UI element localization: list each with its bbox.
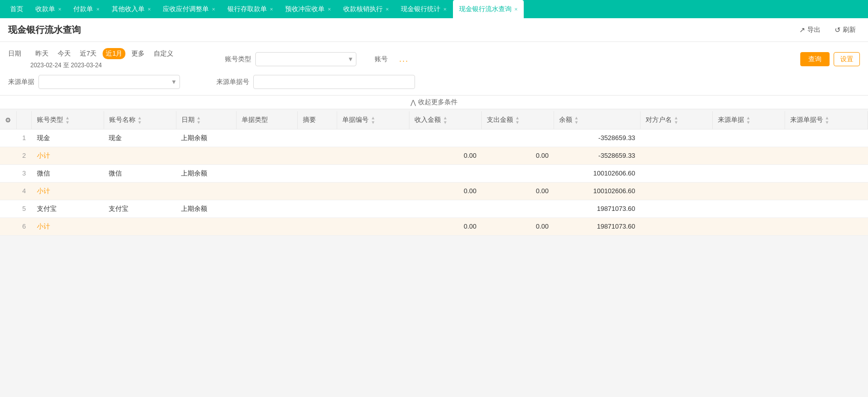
cell-counterparty [641, 200, 713, 217]
row-index: 3 [17, 164, 32, 182]
close-icon[interactable]: × [148, 0, 151, 18]
close-icon[interactable]: × [386, 0, 389, 18]
close-icon[interactable]: × [328, 0, 331, 18]
sort-icon[interactable]: ▲▼ [138, 116, 142, 125]
column-settings[interactable]: ⚙ [0, 111, 17, 129]
cell-income: 0.00 [409, 182, 482, 200]
column-income[interactable]: 收入金额▲▼ [409, 111, 482, 129]
source-doc-no-label: 来源单据号 [216, 77, 249, 86]
row-index: 4 [17, 182, 32, 200]
table-row: 5支付宝支付宝上期余额19871073.60 [0, 200, 868, 217]
table-row: 6小计0.000.0019871073.60 [0, 217, 868, 235]
cell-income [409, 164, 482, 182]
nav-tab-bank-stats[interactable]: 现金银行统计× [395, 0, 452, 18]
export-button[interactable]: ↗ 导出 [795, 23, 825, 36]
filter-row-1: 日期 昨天今天近7天近1月更多自定义 2023-02-24 至 2023-03-… [8, 48, 860, 70]
column-doc_type: 单据类型 [237, 111, 298, 129]
cell-summary [298, 129, 337, 147]
sort-icon[interactable]: ▲▼ [515, 116, 520, 125]
nav-tab-bank-flow[interactable]: 现金银行流水查询× [453, 0, 524, 18]
cell-income [409, 200, 482, 217]
close-icon[interactable]: × [212, 0, 215, 18]
date-shortcut-更多[interactable]: 更多 [128, 48, 148, 59]
nav-tab-payments[interactable]: 付款单× [67, 0, 105, 18]
sort-icon[interactable]: ▲▼ [371, 116, 375, 125]
column-account_type[interactable]: 账号类型▲▼ [32, 111, 104, 129]
account-type-select[interactable] [255, 52, 356, 66]
account-label: 账号 [375, 55, 395, 64]
export-icon: ↗ [799, 26, 805, 34]
source-doc-field: 来源单据 ▼ [8, 75, 180, 89]
cell-account_name: 现金 [104, 129, 176, 147]
date-shortcut-近1月[interactable]: 近1月 [103, 48, 125, 59]
column-source_doc_no[interactable]: 来源单据号▲▼ [785, 111, 867, 129]
column-expense[interactable]: 支出金额▲▼ [481, 111, 554, 129]
cell-account_name [104, 147, 176, 164]
sort-icon[interactable]: ▲▼ [674, 116, 678, 125]
source-doc-no-field: 来源单据号 [216, 75, 415, 89]
nav-tab-bank-deposit[interactable]: 银行存取款单× [221, 0, 279, 18]
action-buttons: 查询 设置 [800, 52, 860, 66]
column-doc_no[interactable]: 单据编号▲▼ [337, 111, 409, 129]
sort-icon[interactable]: ▲▼ [825, 116, 830, 125]
cell-source_doc_no [785, 200, 867, 217]
date-shortcut-自定义[interactable]: 自定义 [151, 48, 176, 59]
cell-income [409, 129, 482, 147]
column-balance[interactable]: 余额▲▼ [554, 111, 640, 129]
close-icon[interactable]: × [270, 0, 273, 18]
collapse-bar: ⋀ 收起更多条件 [0, 96, 868, 109]
sort-icon[interactable]: ▲▼ [746, 116, 751, 125]
cell-source_doc [712, 129, 785, 147]
sort-icon[interactable]: ▲▼ [574, 116, 579, 125]
source-doc-select[interactable] [38, 75, 180, 89]
cell-counterparty [641, 182, 713, 200]
source-doc-no-input[interactable] [253, 75, 415, 89]
cell-account_type: 小计 [32, 147, 104, 164]
cell-date [176, 147, 237, 164]
close-icon[interactable]: × [58, 0, 61, 18]
sort-icon[interactable]: ▲▼ [65, 116, 70, 125]
cell-expense: 0.00 [481, 182, 554, 200]
date-shortcut-昨天[interactable]: 昨天 [32, 48, 52, 59]
date-shortcut-近7天[interactable]: 近7天 [77, 48, 100, 59]
nav-tab-advance-offset[interactable]: 预收冲应收单× [279, 0, 337, 18]
account-more-button[interactable]: ... [399, 55, 408, 64]
nav-tab-verify-exec[interactable]: 收款核销执行× [337, 0, 395, 18]
collapse-icon: ⋀ [410, 99, 416, 106]
close-icon[interactable]: × [443, 0, 446, 18]
cell-balance: -3528659.33 [554, 147, 640, 164]
cell-doc_no [337, 164, 409, 182]
filter-section: 日期 昨天今天近7天近1月更多自定义 2023-02-24 至 2023-03-… [0, 42, 868, 96]
cell-income: 0.00 [409, 147, 482, 164]
settings-button[interactable]: 设置 [834, 52, 860, 66]
cell-balance: -3528659.33 [554, 129, 640, 147]
table-row: 2小计0.000.00-3528659.33 [0, 147, 868, 164]
row-index: 2 [17, 147, 32, 164]
nav-tabs: 收款单×付款单×其他收入单×应收应付调整单×银行存取款单×预收冲应收单×收款核销… [29, 0, 524, 18]
collapse-button[interactable]: ⋀ 收起更多条件 [410, 98, 458, 107]
refresh-icon: ↺ [835, 26, 841, 34]
sort-icon[interactable]: ▲▼ [197, 116, 201, 125]
close-icon[interactable]: × [96, 0, 99, 18]
column-date[interactable]: 日期▲▼ [176, 111, 237, 129]
query-button[interactable]: 查询 [800, 52, 830, 66]
nav-tab-receipts[interactable]: 收款单× [29, 0, 67, 18]
nav-tab-other-income[interactable]: 其他收入单× [106, 0, 157, 18]
cell-doc_type [237, 129, 298, 147]
row-settings-cell [0, 129, 17, 147]
nav-home[interactable]: 首页 [4, 0, 29, 18]
sort-icon[interactable]: ▲▼ [443, 116, 447, 125]
column-summary: 摘要 [298, 111, 337, 129]
nav-tab-ar-adjust[interactable]: 应收应付调整单× [157, 0, 221, 18]
close-icon[interactable]: × [515, 0, 518, 18]
refresh-button[interactable]: ↺ 刷新 [831, 23, 860, 36]
date-range-group: 日期 昨天今天近7天近1月更多自定义 2023-02-24 至 2023-03-… [8, 48, 176, 70]
cell-doc_type [237, 147, 298, 164]
row-settings-cell [0, 147, 17, 164]
column-source_doc[interactable]: 来源单据▲▼ [712, 111, 785, 129]
row-settings-cell [0, 217, 17, 235]
column-counterparty[interactable]: 对方户名▲▼ [641, 111, 713, 129]
cell-account_type: 小计 [32, 217, 104, 235]
column-account_name[interactable]: 账号名称▲▼ [104, 111, 176, 129]
date-shortcut-今天[interactable]: 今天 [55, 48, 74, 59]
